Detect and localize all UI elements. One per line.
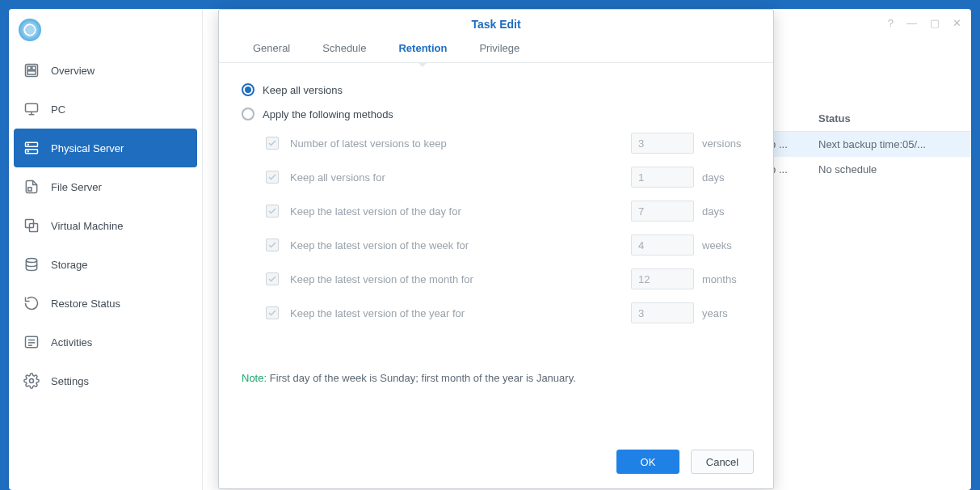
dialog-tabs: General Schedule Retention Privilege bbox=[219, 34, 773, 63]
vm-icon bbox=[23, 218, 41, 234]
sidebar-item-label: Overview bbox=[51, 65, 95, 77]
checkbox-icon[interactable] bbox=[266, 272, 279, 285]
pc-icon bbox=[23, 101, 41, 117]
file-server-icon bbox=[23, 179, 41, 195]
sidebar-item-label: Activities bbox=[51, 336, 92, 348]
tab-privilege[interactable]: Privilege bbox=[463, 34, 536, 62]
method-label: Keep the latest version of the week for bbox=[290, 239, 631, 251]
method-label: Keep the latest version of the month for bbox=[290, 273, 631, 285]
sidebar-item-settings[interactable]: Settings bbox=[9, 361, 202, 400]
sidebar: Overview PC Physical Server File Server bbox=[9, 9, 203, 490]
sidebar-item-label: Physical Server bbox=[51, 142, 124, 154]
method-number-latest-versions: Number of latest versions to keep versio… bbox=[242, 126, 751, 160]
table-cell: Next backup time:05/... bbox=[812, 138, 971, 150]
restore-icon bbox=[23, 295, 41, 311]
checkbox-icon[interactable] bbox=[266, 137, 279, 150]
sidebar-item-restore-status[interactable]: Restore Status bbox=[9, 284, 202, 323]
ok-button[interactable]: OK bbox=[616, 450, 679, 474]
svg-rect-4 bbox=[26, 103, 38, 112]
svg-point-9 bbox=[27, 144, 28, 145]
svg-rect-1 bbox=[27, 66, 31, 70]
method-unit: days bbox=[702, 205, 751, 218]
background-table: up Status ⋮ d up ... Next backup time:05… bbox=[752, 106, 971, 182]
svg-point-19 bbox=[30, 379, 34, 383]
app-logo-icon bbox=[19, 19, 41, 41]
help-icon[interactable]: ? bbox=[888, 17, 894, 29]
table-row[interactable]: d up ... No schedule bbox=[752, 157, 971, 182]
sidebar-item-physical-server[interactable]: Physical Server bbox=[14, 129, 197, 167]
sidebar-item-overview[interactable]: Overview bbox=[9, 51, 202, 90]
method-latest-week: Keep the latest version of the week for … bbox=[242, 228, 751, 262]
sidebar-item-label: Storage bbox=[51, 259, 88, 271]
method-latest-month: Keep the latest version of the month for… bbox=[242, 262, 751, 296]
sidebar-item-virtual-machine[interactable]: Virtual Machine bbox=[9, 206, 202, 245]
tab-general[interactable]: General bbox=[237, 34, 306, 62]
radio-icon bbox=[242, 108, 254, 120]
svg-point-10 bbox=[27, 151, 28, 152]
method-unit: years bbox=[702, 307, 751, 319]
radio-icon bbox=[242, 83, 254, 96]
method-unit: days bbox=[702, 171, 751, 184]
method-label: Number of latest versions to keep bbox=[290, 137, 631, 150]
method-label: Keep the latest version of the day for bbox=[290, 205, 631, 218]
svg-point-14 bbox=[26, 259, 36, 263]
overview-icon bbox=[23, 62, 41, 78]
checkbox-icon[interactable] bbox=[266, 205, 279, 218]
sidebar-item-file-server[interactable]: File Server bbox=[9, 167, 202, 206]
tab-retention[interactable]: Retention bbox=[382, 34, 463, 62]
close-icon[interactable]: ✕ bbox=[953, 17, 961, 29]
table-row[interactable]: d up ... Next backup time:05/... bbox=[752, 132, 971, 157]
cancel-button[interactable]: Cancel bbox=[691, 450, 754, 474]
table-cell: No schedule bbox=[812, 163, 971, 175]
checkbox-icon[interactable] bbox=[266, 239, 279, 251]
window-controls: ? — ▢ ✕ bbox=[888, 17, 961, 29]
tab-schedule[interactable]: Schedule bbox=[306, 34, 382, 62]
method-unit: versions bbox=[702, 137, 751, 150]
sidebar-item-label: Virtual Machine bbox=[51, 220, 123, 232]
radio-label: Apply the following methods bbox=[263, 108, 393, 120]
svg-rect-3 bbox=[27, 71, 36, 74]
note-label: Note: bbox=[242, 372, 267, 384]
table-header-status[interactable]: Status bbox=[812, 112, 971, 125]
checkbox-icon[interactable] bbox=[266, 306, 279, 319]
activities-icon bbox=[23, 334, 41, 350]
sidebar-item-label: File Server bbox=[51, 181, 102, 193]
gear-icon bbox=[23, 373, 41, 389]
method-unit: months bbox=[702, 273, 751, 285]
maximize-icon[interactable]: ▢ bbox=[930, 17, 940, 29]
svg-rect-2 bbox=[32, 66, 36, 70]
checkbox-icon[interactable] bbox=[266, 171, 279, 184]
method-label: Keep all versions for bbox=[290, 171, 631, 184]
radio-label: Keep all versions bbox=[263, 84, 343, 96]
sidebar-item-label: Restore Status bbox=[51, 298, 120, 310]
sidebar-item-storage[interactable]: Storage bbox=[9, 245, 202, 284]
sidebar-item-label: Settings bbox=[51, 375, 89, 387]
radio-apply-methods[interactable]: Apply the following methods bbox=[242, 102, 751, 126]
minimize-icon[interactable]: — bbox=[906, 17, 917, 29]
sidebar-item-pc[interactable]: PC bbox=[9, 90, 202, 129]
radio-keep-all-versions[interactable]: Keep all versions bbox=[242, 78, 751, 102]
method-unit: weeks bbox=[702, 239, 751, 251]
method-value-input[interactable] bbox=[631, 234, 694, 256]
sidebar-item-label: PC bbox=[51, 103, 65, 116]
server-icon bbox=[23, 140, 41, 156]
method-value-input[interactable] bbox=[631, 268, 694, 289]
note-body: First day of the week is Sunday; first m… bbox=[267, 372, 576, 384]
method-value-input[interactable] bbox=[631, 167, 694, 188]
method-keep-all-for: Keep all versions for days bbox=[242, 160, 751, 194]
method-label: Keep the latest version of the year for bbox=[290, 307, 631, 319]
dialog-title: Task Edit bbox=[219, 10, 773, 34]
sidebar-item-activities[interactable]: Activities bbox=[9, 323, 202, 361]
method-value-input[interactable] bbox=[631, 133, 694, 154]
method-value-input[interactable] bbox=[631, 302, 694, 323]
note-text: Note: First day of the week is Sunday; f… bbox=[242, 372, 751, 384]
svg-rect-11 bbox=[28, 188, 32, 191]
task-edit-dialog: Task Edit General Schedule Retention Pri… bbox=[218, 9, 774, 489]
method-value-input[interactable] bbox=[631, 201, 694, 222]
method-latest-day: Keep the latest version of the day for d… bbox=[242, 194, 751, 228]
method-latest-year: Keep the latest version of the year for … bbox=[242, 296, 751, 330]
storage-icon bbox=[23, 256, 41, 272]
